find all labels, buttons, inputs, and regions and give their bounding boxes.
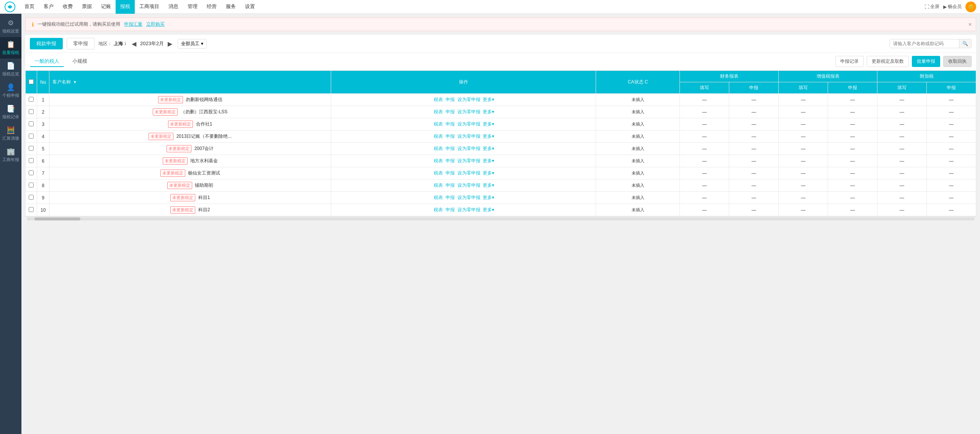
sidebar-item-personal-tax[interactable]: 👤 个税申报: [0, 80, 21, 101]
op-more-3[interactable]: 更多▾: [483, 134, 494, 139]
location-info-icon[interactable]: ℹ: [124, 41, 126, 46]
op-tax-table-7[interactable]: 税表: [434, 183, 443, 188]
row-checkbox-5[interactable]: [29, 158, 34, 163]
sidebar-item-tax-overview[interactable]: 📄 报税总览: [0, 59, 21, 80]
declaration-records-button[interactable]: 申报记录: [835, 56, 864, 67]
op-zero-7[interactable]: 设为零申报: [457, 183, 480, 188]
row-checkbox-0[interactable]: [29, 97, 34, 102]
nav-accounting[interactable]: 记账: [96, 0, 116, 14]
prev-date-button[interactable]: ◀: [130, 40, 138, 47]
op-more-2[interactable]: 更多▾: [483, 121, 494, 127]
update-tax-button[interactable]: 更新税定及取数: [867, 56, 909, 67]
op-more-9[interactable]: 更多▾: [483, 207, 494, 212]
row-checkbox-6[interactable]: [29, 170, 34, 175]
op-declare-5[interactable]: 申报: [446, 158, 455, 163]
horizontal-scrollbar[interactable]: [25, 216, 976, 221]
tab-zero-declaration[interactable]: 零申报: [67, 38, 95, 49]
nav-billing[interactable]: 收费: [58, 0, 77, 14]
search-input[interactable]: [890, 39, 959, 48]
collect-receipt-button[interactable]: 收取回执: [943, 56, 972, 67]
banner-link1[interactable]: 申报汇量: [124, 21, 142, 28]
op-more-4[interactable]: 更多▾: [483, 146, 494, 151]
op-declare-4[interactable]: 申报: [446, 146, 455, 151]
op-zero-3[interactable]: 设为零申报: [457, 134, 480, 139]
status-badge-8: 未更新税定: [170, 194, 195, 201]
fullscreen-button[interactable]: ⛶ 全屏: [924, 3, 939, 10]
nav-message[interactable]: 消息: [164, 0, 183, 14]
next-date-button[interactable]: ▶: [166, 40, 174, 47]
nav-service[interactable]: 服务: [221, 0, 240, 14]
upgrade-button[interactable]: ▶ 畅会员: [943, 3, 962, 10]
op-declare-0[interactable]: 申报: [446, 97, 455, 102]
row-checkbox-3[interactable]: [29, 134, 34, 139]
name-sort-icon[interactable]: ▼: [73, 80, 77, 84]
op-tax-table-2[interactable]: 税表: [434, 121, 443, 127]
op-declare-9[interactable]: 申报: [446, 207, 455, 212]
row-checkbox-9[interactable]: [29, 207, 34, 212]
sidebar-item-reconciliation[interactable]: 🧮 汇算清缴: [0, 123, 21, 144]
op-more-8[interactable]: 更多▾: [483, 195, 494, 200]
search-button[interactable]: 🔍: [959, 39, 971, 48]
op-more-7[interactable]: 更多▾: [483, 183, 494, 188]
row-checkbox-col: [26, 131, 37, 143]
sidebar-item-tax-settings[interactable]: ⚙ 报税设置: [0, 16, 21, 37]
op-declare-6[interactable]: 申报: [446, 170, 455, 176]
op-declare-8[interactable]: 申报: [446, 195, 455, 200]
nav-operation[interactable]: 经营: [202, 0, 221, 14]
sub-tab-small[interactable]: 小规模: [68, 56, 92, 67]
nav-customer[interactable]: 客户: [39, 0, 58, 14]
row-add-fill-1: —: [877, 106, 927, 118]
op-zero-2[interactable]: 设为零申报: [457, 121, 480, 127]
row-checkbox-2[interactable]: [29, 121, 34, 126]
client-name-4: 2007会计: [194, 146, 214, 151]
op-zero-5[interactable]: 设为零申报: [457, 158, 480, 163]
row-checkbox-4[interactable]: [29, 146, 34, 151]
op-tax-table-5[interactable]: 税表: [434, 158, 443, 163]
sidebar-item-tax-records[interactable]: 📑 报税记录: [0, 101, 21, 123]
logo[interactable]: [4, 1, 16, 13]
op-more-0[interactable]: 更多▾: [483, 97, 494, 102]
sub-tab-general[interactable]: 一般的税人: [30, 56, 64, 67]
nav-settings[interactable]: 设置: [240, 0, 260, 14]
op-zero-8[interactable]: 设为零申报: [457, 195, 480, 200]
op-zero-6[interactable]: 设为零申报: [457, 170, 480, 176]
employee-selector[interactable]: 全部员工 ▾: [178, 39, 207, 49]
row-checkbox-8[interactable]: [29, 195, 34, 200]
nav-business[interactable]: 工商项目: [135, 0, 164, 14]
header-tax-fill: 填写: [779, 82, 828, 94]
op-more-1[interactable]: 更多▾: [483, 109, 494, 114]
op-declare-1[interactable]: 申报: [446, 109, 455, 114]
row-checkbox-7[interactable]: [29, 183, 34, 188]
sidebar-item-batch-tax[interactable]: 📋 批量报税: [0, 37, 21, 59]
scrollbar-thumb[interactable]: [34, 217, 80, 220]
nav-invoice[interactable]: 票据: [77, 0, 96, 14]
op-more-5[interactable]: 更多▾: [483, 158, 494, 163]
op-tax-table-6[interactable]: 税表: [434, 170, 443, 176]
op-declare-3[interactable]: 申报: [446, 134, 455, 139]
op-zero-9[interactable]: 设为零申报: [457, 207, 480, 212]
batch-declare-button[interactable]: 批量申报: [912, 56, 940, 67]
op-declare-7[interactable]: 申报: [446, 183, 455, 188]
select-all-checkbox[interactable]: [29, 79, 34, 84]
tab-tax-declaration[interactable]: 税款申报: [30, 38, 63, 49]
op-tax-table-9[interactable]: 税表: [434, 207, 443, 212]
op-tax-table-8[interactable]: 税表: [434, 195, 443, 200]
sidebar-item-annual-report[interactable]: 🏢 工商年报: [0, 144, 21, 166]
nav-tax[interactable]: 报税: [116, 0, 135, 14]
row-checkbox-1[interactable]: [29, 109, 34, 114]
op-tax-table-3[interactable]: 税表: [434, 134, 443, 139]
op-declare-2[interactable]: 申报: [446, 121, 455, 127]
op-tax-table-4[interactable]: 税表: [434, 146, 443, 151]
op-more-6[interactable]: 更多▾: [483, 170, 494, 176]
op-zero-4[interactable]: 设为零申报: [457, 146, 480, 151]
banner-link2[interactable]: 立即购买: [146, 21, 165, 28]
nav-manage[interactable]: 管理: [183, 0, 202, 14]
op-zero-0[interactable]: 设为零申报: [457, 97, 480, 102]
op-tax-table-1[interactable]: 税表: [434, 109, 443, 114]
nav-home[interactable]: 首页: [20, 0, 39, 14]
sub-tab-actions: 申报记录 更新税定及取数 批量申报 收取回执: [835, 56, 972, 67]
op-tax-table-0[interactable]: 税表: [434, 97, 443, 102]
user-avatar[interactable]: 😊: [965, 2, 976, 12]
op-zero-1[interactable]: 设为零申报: [457, 109, 480, 114]
banner-close-button[interactable]: ✕: [968, 22, 972, 27]
